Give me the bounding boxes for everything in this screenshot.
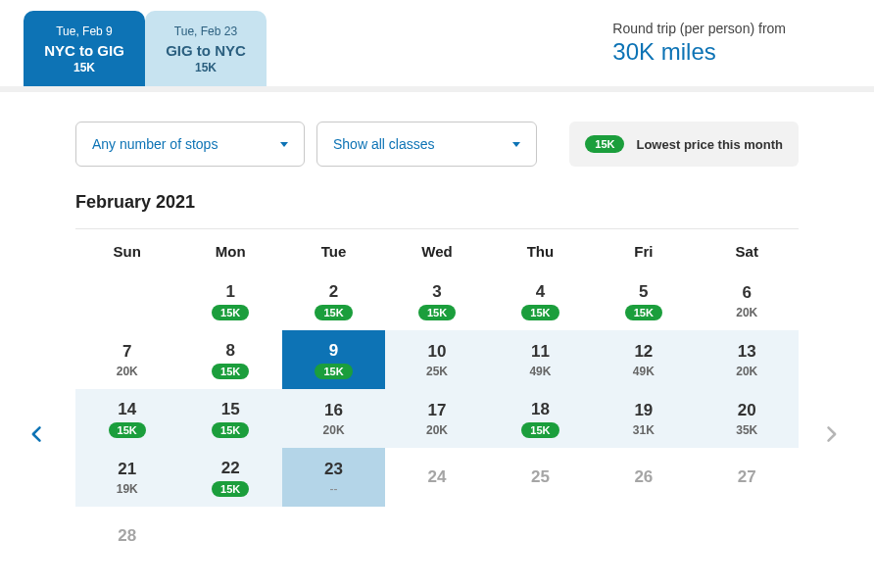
calendar-day[interactable]: 215K bbox=[282, 271, 385, 330]
prev-month-button[interactable] bbox=[27, 424, 51, 448]
price-badge: 15K bbox=[418, 305, 456, 320]
price-text: 31K bbox=[633, 423, 655, 437]
price-badge: 15K bbox=[521, 305, 558, 320]
calendar-day[interactable]: 815K bbox=[178, 330, 281, 389]
day-number: 12 bbox=[634, 342, 653, 362]
price-badge: 15K bbox=[625, 305, 662, 320]
calendar-wrap: SunMonTueWedThuFriSat115K215K315K415K515… bbox=[0, 228, 874, 565]
day-number: 22 bbox=[221, 459, 240, 478]
price-text: 20K bbox=[426, 423, 448, 437]
filters-row: Any number of stops Show all classes 15K… bbox=[0, 92, 874, 184]
calendar-day[interactable]: 1025K bbox=[385, 330, 488, 389]
calendar-day: 26 bbox=[592, 448, 695, 507]
day-number: 18 bbox=[531, 400, 550, 419]
calendar-day: 24 bbox=[385, 448, 488, 507]
legend-text: Lowest price this month bbox=[636, 137, 783, 152]
flight-tabs: Tue, Feb 9 NYC to GIG 15K Tue, Feb 23 GI… bbox=[24, 0, 267, 86]
day-of-week-header: Sun bbox=[75, 229, 178, 271]
day-number: 16 bbox=[324, 401, 343, 420]
trip-summary: Round trip (per person) from 30K miles bbox=[612, 21, 874, 66]
calendar-day[interactable]: 915K bbox=[282, 330, 385, 389]
calendar-day[interactable]: 515K bbox=[592, 271, 695, 330]
stops-select-label: Any number of stops bbox=[92, 136, 218, 152]
day-number: 9 bbox=[329, 341, 338, 361]
day-number: 24 bbox=[428, 467, 447, 487]
day-number: 15 bbox=[221, 400, 240, 419]
price-badge: 15K bbox=[212, 364, 249, 379]
day-number: 4 bbox=[536, 282, 545, 302]
calendar-day[interactable]: 1931K bbox=[592, 389, 695, 448]
caret-down-icon bbox=[280, 142, 288, 147]
day-number: 23 bbox=[324, 460, 343, 479]
calendar-day[interactable]: 1515K bbox=[178, 389, 281, 448]
price-badge: 15K bbox=[212, 481, 249, 497]
day-number: 11 bbox=[531, 342, 550, 362]
calendar-day[interactable]: 23-- bbox=[282, 448, 385, 507]
calendar-day[interactable]: 2119K bbox=[75, 448, 178, 507]
day-number: 2 bbox=[329, 282, 338, 302]
day-of-week-header: Wed bbox=[385, 229, 488, 271]
price-unavailable: -- bbox=[330, 482, 338, 496]
price-text: 20K bbox=[117, 365, 138, 378]
stops-select[interactable]: Any number of stops bbox=[75, 122, 305, 167]
day-of-week-header: Fri bbox=[592, 229, 695, 271]
day-number: 25 bbox=[531, 467, 550, 487]
summary-miles: 30K miles bbox=[612, 38, 786, 66]
day-number: 28 bbox=[118, 526, 136, 546]
day-of-week-header: Thu bbox=[489, 229, 592, 271]
day-number: 7 bbox=[122, 342, 131, 362]
tab-miles: 15K bbox=[153, 61, 259, 74]
calendar-day[interactable]: 2035K bbox=[696, 389, 799, 448]
calendar-day: 28 bbox=[75, 507, 178, 565]
calendar-day[interactable]: 415K bbox=[489, 271, 592, 330]
tab-route: NYC to GIG bbox=[31, 42, 137, 59]
calendar-day[interactable]: 1815K bbox=[489, 389, 592, 448]
day-number: 20 bbox=[738, 401, 756, 420]
tab-date: Tue, Feb 9 bbox=[31, 24, 137, 38]
return-tab[interactable]: Tue, Feb 23 GIG to NYC 15K bbox=[145, 11, 267, 86]
summary-label: Round trip (per person) from bbox=[612, 21, 786, 36]
calendar-day: 25 bbox=[489, 448, 592, 507]
price-badge: 15K bbox=[521, 422, 558, 438]
day-number: 1 bbox=[225, 282, 234, 302]
day-number: 13 bbox=[738, 342, 756, 362]
day-number: 5 bbox=[639, 282, 648, 302]
price-badge: 15K bbox=[315, 364, 352, 379]
calendar-day[interactable]: 1620K bbox=[282, 389, 385, 448]
chevron-right-icon bbox=[821, 424, 841, 444]
lowest-price-legend: 15K Lowest price this month bbox=[569, 122, 799, 167]
calendar-day[interactable]: 1415K bbox=[75, 389, 178, 448]
tab-route: GIG to NYC bbox=[153, 42, 259, 59]
price-text: 20K bbox=[736, 306, 757, 319]
calendar-day: 27 bbox=[696, 448, 799, 507]
price-badge: 15K bbox=[212, 305, 249, 320]
price-text: 19K bbox=[117, 482, 138, 496]
top-bar: Tue, Feb 9 NYC to GIG 15K Tue, Feb 23 GI… bbox=[0, 0, 874, 92]
calendar-blank bbox=[75, 271, 178, 330]
chevron-left-icon bbox=[27, 424, 47, 444]
calendar-day[interactable]: 1249K bbox=[592, 330, 695, 389]
day-number: 8 bbox=[225, 341, 234, 361]
calendar-day[interactable]: 315K bbox=[385, 271, 488, 330]
calendar-day[interactable]: 115K bbox=[178, 271, 281, 330]
calendar-day[interactable]: 1720K bbox=[385, 389, 488, 448]
calendar-day[interactable]: 620K bbox=[696, 271, 799, 330]
next-month-button[interactable] bbox=[821, 424, 845, 448]
calendar-day[interactable]: 1149K bbox=[489, 330, 592, 389]
day-number: 14 bbox=[118, 400, 136, 419]
day-number: 10 bbox=[428, 342, 447, 362]
price-text: 20K bbox=[323, 423, 345, 437]
day-number: 3 bbox=[432, 282, 441, 302]
outbound-tab[interactable]: Tue, Feb 9 NYC to GIG 15K bbox=[24, 11, 145, 86]
day-number: 17 bbox=[428, 401, 447, 420]
price-text: 49K bbox=[633, 365, 655, 378]
calendar-day[interactable]: 720K bbox=[75, 330, 178, 389]
day-number: 26 bbox=[634, 467, 653, 487]
price-badge: 15K bbox=[109, 422, 146, 438]
price-text: 25K bbox=[426, 365, 448, 378]
classes-select[interactable]: Show all classes bbox=[316, 122, 537, 167]
calendar-day[interactable]: 1320K bbox=[696, 330, 799, 389]
legend-badge: 15K bbox=[585, 135, 624, 153]
price-badge: 15K bbox=[212, 422, 249, 438]
calendar-day[interactable]: 2215K bbox=[178, 448, 281, 507]
